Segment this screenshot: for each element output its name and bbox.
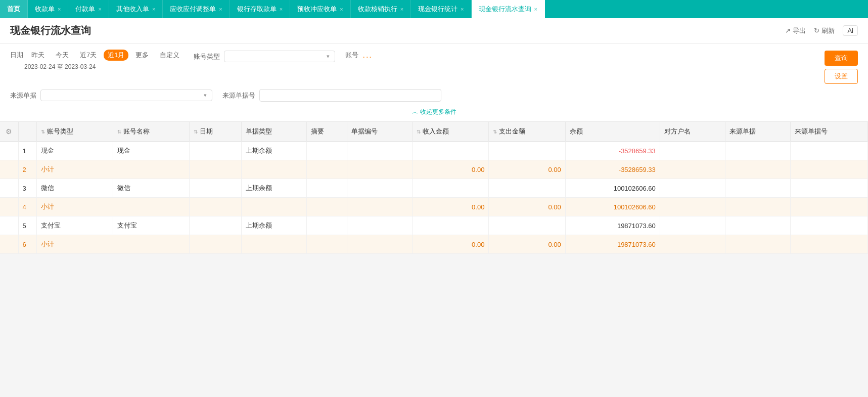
row-date — [190, 235, 242, 254]
row-account-type: 小计 — [36, 235, 113, 254]
nav-item-yushou[interactable]: 预收冲应收单 × — [290, 0, 350, 18]
date-option-more[interactable]: 更多 — [131, 50, 153, 61]
date-filter-section: 日期 昨天 今天 近7天 近1月 更多 自定义 2023-02-24 至 202… — [10, 50, 184, 71]
th-expense[interactable]: ⇅支出金额 — [489, 122, 565, 142]
nav-item-shoukuan[interactable]: 收款单 × — [28, 0, 68, 18]
row-doc-no — [347, 235, 413, 254]
close-icon[interactable]: × — [534, 6, 537, 12]
source-doc-no-input[interactable] — [259, 89, 441, 102]
date-label: 日期 — [10, 51, 23, 60]
th-balance-label: 余额 — [570, 127, 583, 135]
row-date — [190, 198, 242, 216]
th-source-doc-no: 来源单据号 — [790, 122, 867, 142]
row-no: 1 — [18, 142, 36, 160]
date-option-7days[interactable]: 近7天 — [76, 50, 101, 61]
row-gear — [0, 198, 18, 216]
th-account-type[interactable]: ⇅账号类型 — [36, 122, 113, 142]
row-source-doc — [725, 142, 790, 160]
row-gear — [0, 216, 18, 235]
ai-button[interactable]: Ai — [843, 25, 858, 36]
row-doc-type: 上期余额 — [241, 142, 306, 160]
row-doc-no — [347, 198, 413, 216]
data-table-container: ⚙ ⇅账号类型 ⇅账号名称 ⇅日期 单据类型 摘要 单据编号 ⇅收入金额 ⇅支出… — [0, 122, 868, 254]
th-doc-type-label: 单据类型 — [246, 127, 272, 135]
close-icon[interactable]: × — [219, 6, 222, 12]
nav-label: 付款单 — [75, 5, 95, 14]
nav-item-qitashouru[interactable]: 其他收入单 × — [109, 0, 163, 18]
query-button[interactable]: 查询 — [825, 51, 858, 66]
refresh-button[interactable]: ↻ 刷新 — [814, 26, 835, 35]
close-icon[interactable]: × — [400, 6, 403, 12]
export-label: 导出 — [793, 26, 806, 35]
row-account-type: 现金 — [36, 142, 113, 160]
th-counterpart: 对方户名 — [660, 122, 725, 142]
row-source-doc — [725, 179, 790, 198]
row-summary — [306, 216, 347, 235]
collapse-bar[interactable]: ︿ 收起更多条件 — [10, 106, 858, 117]
nav-item-yingshouyingfu[interactable]: 应收应付调整单 × — [163, 0, 230, 18]
table-row: 2 小计 0.00 0.00 -3528659.33 — [0, 160, 868, 179]
nav-item-yinhang[interactable]: 银行存取款单 × — [230, 0, 290, 18]
row-income — [413, 142, 489, 160]
close-icon[interactable]: × — [461, 6, 464, 12]
nav-item-shoukuanhexiao[interactable]: 收款核销执行 × — [351, 0, 411, 18]
close-icon[interactable]: × — [280, 6, 283, 12]
nav-label: 其他收入单 — [116, 5, 149, 14]
close-icon[interactable]: × — [98, 6, 101, 12]
row-summary — [306, 142, 347, 160]
more-dots[interactable]: ... — [362, 51, 372, 60]
date-option-yesterday[interactable]: 昨天 — [27, 50, 49, 61]
row-expense: 0.00 — [489, 198, 565, 216]
th-income[interactable]: ⇅收入金额 — [413, 122, 489, 142]
row-source-doc — [725, 160, 790, 179]
collapse-label: 收起更多条件 — [420, 108, 456, 116]
row-expense — [489, 216, 565, 235]
th-no — [18, 122, 36, 142]
row-doc-no — [347, 160, 413, 179]
date-option-today[interactable]: 今天 — [52, 50, 73, 61]
row-account-type: 小计 — [36, 198, 113, 216]
row-counterpart — [660, 179, 725, 198]
th-balance: 余额 — [565, 122, 660, 142]
data-table: ⚙ ⇅账号类型 ⇅账号名称 ⇅日期 单据类型 摘要 单据编号 ⇅收入金额 ⇅支出… — [0, 122, 868, 254]
close-icon[interactable]: × — [152, 6, 155, 12]
nav-item-fukuan[interactable]: 付款单 × — [68, 0, 109, 18]
row-balance: 19871073.60 — [565, 235, 660, 254]
th-counterpart-label: 对方户名 — [664, 127, 691, 135]
export-button[interactable]: ↗ 导出 — [785, 26, 806, 35]
row-doc-type — [241, 198, 306, 216]
chevron-down-icon-2: ▾ — [204, 92, 207, 99]
nav-item-home[interactable]: 首页 — [0, 0, 28, 18]
th-income-label: 收入金额 — [423, 127, 449, 135]
row-summary — [306, 160, 347, 179]
close-icon[interactable]: × — [58, 6, 61, 12]
th-account-type-label: 账号类型 — [47, 127, 73, 135]
row-date — [190, 160, 242, 179]
account-type-label: 账号类型 — [194, 52, 220, 61]
row-source-doc — [725, 235, 790, 254]
gear-icon[interactable]: ⚙ — [6, 127, 12, 136]
nav-item-xianjinliushui[interactable]: 现金银行流水查询 × — [472, 0, 545, 18]
row-no: 6 — [18, 235, 36, 254]
th-doc-no: 单据编号 — [347, 122, 413, 142]
row-doc-no — [347, 216, 413, 235]
row-account-name — [113, 160, 189, 179]
th-account-name[interactable]: ⇅账号名称 — [113, 122, 189, 142]
account-type-select[interactable]: ▾ — [224, 51, 335, 62]
row-source-doc-no — [790, 142, 867, 160]
date-options: 昨天 今天 近7天 近1月 更多 自定义 — [27, 50, 184, 61]
row-source-doc-no — [790, 198, 867, 216]
date-option-custom[interactable]: 自定义 — [156, 50, 184, 61]
close-icon[interactable]: × — [340, 6, 343, 12]
settings-button[interactable]: 设置 — [825, 69, 858, 84]
th-source-doc-label: 来源单据 — [729, 127, 756, 135]
nav-label: 收款单 — [35, 5, 55, 14]
source-doc-select[interactable]: ▾ — [40, 90, 212, 101]
th-source-doc: 来源单据 — [725, 122, 790, 142]
date-option-1month[interactable]: 近1月 — [104, 50, 128, 61]
th-date[interactable]: ⇅日期 — [190, 122, 242, 142]
row-balance: -3528659.33 — [565, 160, 660, 179]
nav-item-xianjintongji[interactable]: 现金银行统计 × — [411, 0, 471, 18]
refresh-label: 刷新 — [821, 26, 835, 35]
row-balance: 100102606.60 — [565, 179, 660, 198]
